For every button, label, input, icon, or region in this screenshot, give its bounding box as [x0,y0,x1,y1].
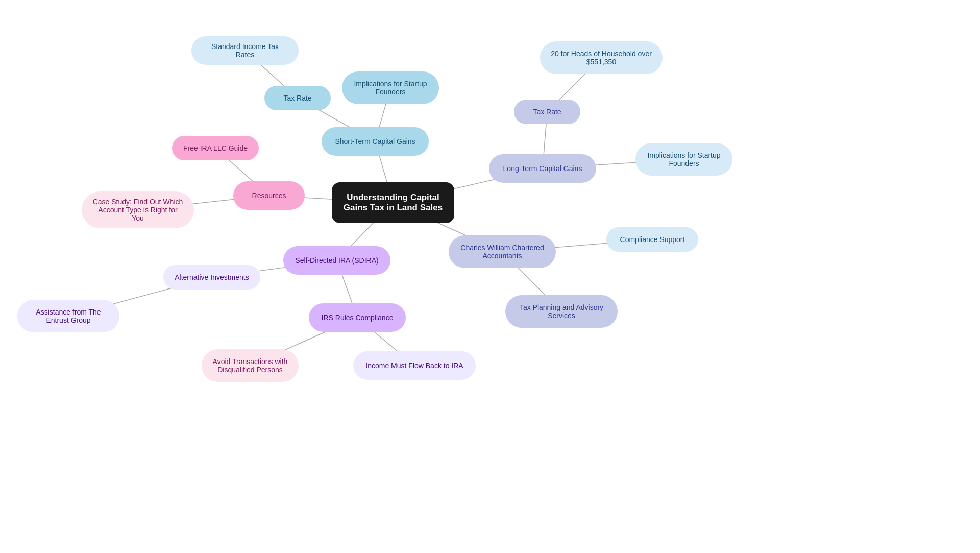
node-tax_planning[interactable]: Tax Planning and Advisory Services [505,295,618,328]
node-charles_william[interactable]: Charles William Chartered Accountants [449,235,556,268]
node-self_directed[interactable]: Self-Directed IRA (SDIRA) [283,246,390,275]
node-case_study[interactable]: Case Study: Find Out Which Account Type … [82,191,194,228]
node-irs_rules[interactable]: IRS Rules Compliance [309,303,406,332]
node-implications_startup_right[interactable]: Implications for Startup Founders [635,143,732,176]
mindmap-container: Understanding Capital Gains Tax in Land … [0,0,980,553]
node-tax_rate_left[interactable]: Tax Rate [264,86,331,110]
node-avoid_transactions[interactable]: Avoid Transactions with Disqualified Per… [202,349,299,382]
node-compliance_support[interactable]: Compliance Support [606,227,698,252]
node-long_term[interactable]: Long-Term Capital Gains [489,154,596,183]
node-short_term[interactable]: Short-Term Capital Gains [322,127,429,156]
connections-svg [0,0,980,553]
node-free_ira[interactable]: Free IRA LLC Guide [172,136,259,160]
node-alternative_investments[interactable]: Alternative Investments [163,265,260,290]
node-income_flow[interactable]: Income Must Flow Back to IRA [353,351,476,380]
node-20_heads[interactable]: 20 for Heads of Household over $551,350 [540,41,663,74]
node-assistance[interactable]: Assistance from The Entrust Group [17,300,119,332]
node-tax_rate_right[interactable]: Tax Rate [514,100,580,124]
node-resources[interactable]: Resources [233,181,305,210]
node-implications_startup_left[interactable]: Implications for Startup Founders [342,71,439,104]
node-standard_income[interactable]: Standard Income Tax Rates [191,36,299,65]
node-center[interactable]: Understanding Capital Gains Tax in Land … [332,182,454,223]
